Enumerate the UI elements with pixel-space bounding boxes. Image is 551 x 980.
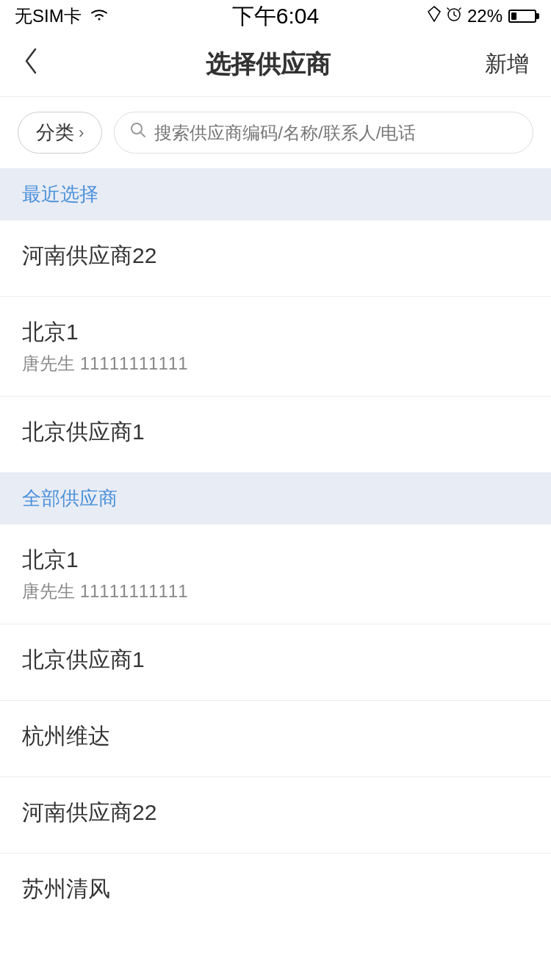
all-items-list: 北京1 唐先生 11111111111 北京供应商1 杭州维达 河南供应商22 … (0, 525, 551, 929)
search-box[interactable] (114, 112, 533, 154)
item-name: 杭州维达 (22, 721, 529, 752)
status-right: 22% (428, 6, 536, 26)
back-button[interactable] (22, 46, 66, 82)
category-button[interactable]: 分类 › (18, 112, 102, 154)
recent-section-header: 最近选择 (0, 168, 551, 220)
search-icon (129, 121, 147, 144)
alarm-icon (447, 6, 461, 26)
item-name: 北京1 (22, 317, 529, 347)
all-section-header: 全部供应商 (0, 472, 551, 525)
item-name: 北京供应商1 (22, 417, 529, 447)
chevron-right-icon: › (79, 123, 84, 143)
item-name: 北京供应商1 (22, 645, 529, 675)
status-bar: 无SIM卡 下午6:04 22% (0, 0, 551, 32)
list-item[interactable]: 河南供应商22 (0, 220, 551, 297)
search-input[interactable] (154, 123, 518, 143)
category-label: 分类 (36, 120, 74, 145)
list-item[interactable]: 河南供应商22 (0, 777, 551, 854)
recent-section-label: 最近选择 (22, 183, 98, 205)
item-name: 北京1 (22, 545, 529, 575)
item-name: 河南供应商22 (22, 241, 529, 271)
add-button[interactable]: 新增 (470, 49, 529, 79)
item-detail: 唐先生 11111111111 (22, 352, 529, 375)
list-item[interactable]: 北京供应商1 (0, 624, 551, 701)
list-item[interactable]: 北京1 唐先生 11111111111 (0, 525, 551, 624)
list-item[interactable]: 杭州维达 (0, 701, 551, 777)
battery-icon (508, 10, 536, 23)
status-left: 无SIM卡 (15, 4, 109, 28)
list-item[interactable]: 北京1 唐先生 11111111111 (0, 297, 551, 397)
filter-bar: 分类 › (0, 97, 551, 168)
list-item[interactable]: 北京供应商1 (0, 397, 551, 472)
carrier-text: 无SIM卡 (15, 4, 82, 28)
item-name: 苏州清风 (22, 874, 529, 904)
status-time: 下午6:04 (232, 1, 319, 32)
recent-items-list: 河南供应商22 北京1 唐先生 11111111111 北京供应商1 (0, 220, 551, 472)
list-item[interactable]: 苏州清风 (0, 854, 551, 929)
item-detail: 唐先生 11111111111 (22, 580, 529, 603)
wifi-icon (89, 6, 109, 26)
all-section-label: 全部供应商 (22, 487, 118, 509)
item-name: 河南供应商22 (22, 798, 529, 828)
nav-bar: 选择供应商 新增 (0, 32, 551, 97)
location-icon (428, 6, 441, 26)
battery-percent: 22% (467, 6, 503, 26)
page-title: 选择供应商 (66, 48, 470, 82)
